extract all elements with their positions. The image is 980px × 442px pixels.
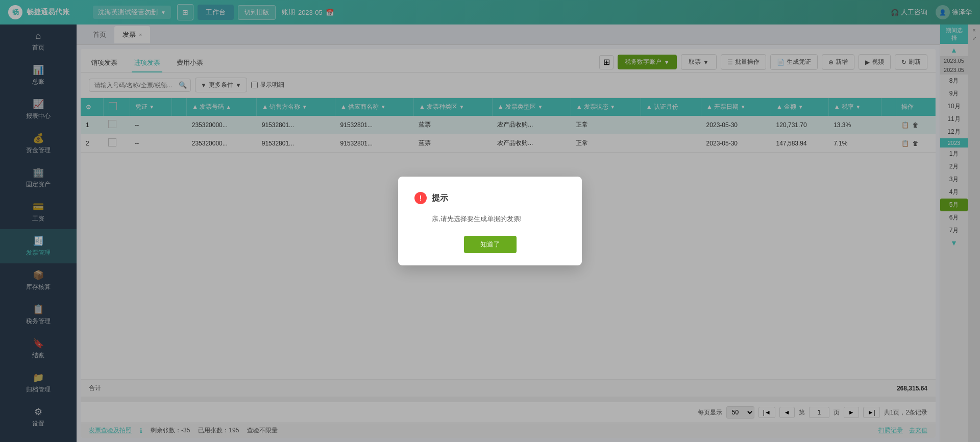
modal-warning-icon: ! bbox=[414, 192, 427, 204]
modal-title: 提示 bbox=[432, 193, 448, 204]
modal-message: 亲,请先选择要生成单据的发票! bbox=[414, 214, 566, 224]
modal-dialog: ! 提示 亲,请先选择要生成单据的发票! 知道了 bbox=[398, 177, 582, 265]
modal-overlay: ! 提示 亲,请先选择要生成单据的发票! 知道了 bbox=[0, 0, 980, 442]
modal-footer: 知道了 bbox=[414, 236, 566, 253]
modal-title-row: ! 提示 bbox=[414, 192, 566, 204]
modal-confirm-button[interactable]: 知道了 bbox=[464, 236, 517, 253]
